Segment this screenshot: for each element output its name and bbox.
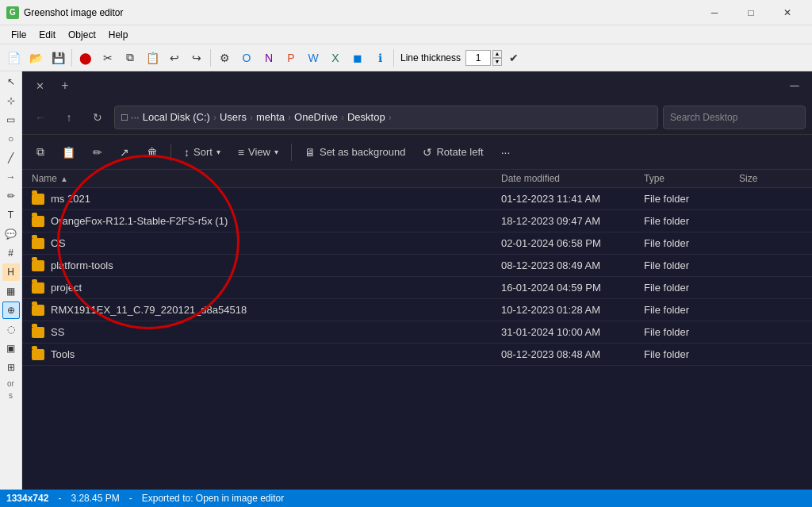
- tool-crop[interactable]: ⊹: [2, 92, 20, 109]
- tool-rect[interactable]: ▭: [2, 111, 20, 129]
- table-row[interactable]: project 16-01-2024 04:59 PM File folder: [22, 277, 812, 299]
- tool-text[interactable]: T: [2, 206, 20, 224]
- table-row[interactable]: platform-tools 08-12-2023 08:49 AM File …: [22, 255, 812, 277]
- address-onedrive[interactable]: OneDrive: [294, 111, 338, 123]
- tool-magnify[interactable]: ⊕: [2, 302, 20, 319]
- ppt-btn[interactable]: P: [281, 48, 301, 68]
- spin-up[interactable]: ▲: [492, 50, 502, 58]
- line-thickness-input[interactable]: [465, 50, 491, 66]
- name-sort-arrow: ▲: [60, 175, 68, 183]
- redo-btn[interactable]: ↪: [186, 48, 207, 68]
- tool-extra1[interactable]: ⊞: [2, 359, 20, 376]
- table-row[interactable]: Tools 08-12-2023 08:48 AM File folder: [22, 344, 812, 366]
- office-btn[interactable]: O: [236, 48, 257, 68]
- tool-speech[interactable]: 💬: [2, 225, 20, 243]
- status-bar: 1334x742 - 3.28.45 PM - Exported to: Ope…: [0, 490, 812, 507]
- tool-label-or: or: [7, 378, 14, 390]
- folder-icon: [32, 216, 44, 227]
- cmd-rotate-left-btn[interactable]: ↺ Rotate left: [415, 140, 491, 165]
- table-row[interactable]: SS 31-01-2024 10:00 AM File folder: [22, 321, 812, 344]
- cut-btn[interactable]: ✂: [98, 48, 118, 68]
- spin-down[interactable]: ▼: [492, 58, 502, 66]
- line-thickness-spinner[interactable]: ▲ ▼: [492, 50, 502, 66]
- col-date[interactable]: Date modified: [501, 173, 644, 184]
- tool-counter[interactable]: #: [2, 244, 20, 262]
- tool-pointer[interactable]: ↖: [2, 73, 20, 90]
- col-type[interactable]: Type: [644, 173, 739, 184]
- nav-refresh-btn[interactable]: ↻: [86, 106, 109, 129]
- minimize-button[interactable]: ─: [696, 0, 733, 25]
- cmd-rename-btn[interactable]: ✏: [85, 140, 110, 165]
- word-btn[interactable]: W: [303, 48, 324, 68]
- table-row[interactable]: OS 02-01-2024 06:58 PM File folder: [22, 232, 812, 255]
- maximize-button[interactable]: □: [733, 0, 769, 25]
- address-nav-more[interactable]: ···: [131, 111, 140, 123]
- tb-separator-1: [71, 49, 72, 67]
- explorer-tabs: ✕ + ─: [22, 71, 812, 100]
- cmd-share-btn[interactable]: ↗: [112, 140, 137, 165]
- close-button[interactable]: ✕: [769, 0, 806, 25]
- tool-arrow[interactable]: →: [2, 168, 20, 186]
- effects-btn[interactable]: ⚙: [214, 48, 235, 68]
- info-btn[interactable]: ℹ: [370, 48, 390, 68]
- view-label: View: [248, 146, 270, 158]
- address-users[interactable]: Users: [220, 111, 247, 123]
- excel-btn[interactable]: X: [325, 48, 346, 68]
- nav-up-btn[interactable]: ↑: [57, 106, 81, 129]
- cmd-copy-btn[interactable]: ⧉: [29, 140, 52, 165]
- save-button[interactable]: 💾: [48, 48, 68, 68]
- cmd-set-background-btn[interactable]: 🖥 Set as background: [297, 140, 413, 165]
- tool-ellipse[interactable]: ○: [2, 130, 20, 148]
- tool-highlight[interactable]: H: [2, 263, 20, 281]
- address-desktop[interactable]: Desktop: [347, 111, 385, 123]
- open-button[interactable]: 📂: [25, 48, 46, 68]
- copy-btn[interactable]: ⧉: [120, 48, 140, 68]
- share-icon: ↗: [120, 146, 129, 159]
- menu-file[interactable]: File: [5, 28, 33, 42]
- table-row[interactable]: RMX1911EX_11_C.79_220121_d8a54518 10-12-…: [22, 299, 812, 321]
- menu-help[interactable]: Help: [102, 28, 135, 42]
- tool-border[interactable]: ▣: [2, 340, 20, 357]
- paste-btn[interactable]: 📋: [142, 48, 163, 68]
- tool-line[interactable]: ╱: [2, 149, 20, 167]
- tab-close-btn[interactable]: ✕: [29, 75, 51, 97]
- new-button[interactable]: 📄: [3, 48, 24, 68]
- cmd-sep-1: [170, 144, 171, 161]
- file-name-cell: OS: [32, 237, 501, 249]
- address-bar[interactable]: □ ··· Local Disk (C:) › Users › mehta › …: [114, 106, 658, 129]
- outlook-btn[interactable]: ◼: [347, 48, 368, 68]
- tab-new-btn[interactable]: +: [54, 75, 76, 97]
- paste-icon: 📋: [62, 146, 75, 159]
- undo2-btn[interactable]: ↩: [164, 48, 185, 68]
- cmd-view-btn[interactable]: ≡ View ▾: [230, 140, 286, 165]
- menu-edit[interactable]: Edit: [33, 28, 62, 42]
- cmd-delete-btn[interactable]: 🗑: [139, 140, 166, 165]
- rotate-left-label: Rotate left: [436, 146, 483, 158]
- menu-object[interactable]: Object: [62, 28, 102, 42]
- table-row[interactable]: OrangeFox-R12.1-Stable-F2FS-r5x (1) 18-1…: [22, 210, 812, 232]
- nav-back-btn[interactable]: ←: [29, 106, 52, 129]
- tool-obfuscate[interactable]: ▦: [2, 282, 20, 300]
- file-name-cell: SS: [32, 326, 501, 338]
- address-local-disk[interactable]: Local Disk (C:): [143, 111, 210, 123]
- col-size[interactable]: Size: [739, 173, 802, 184]
- address-mehta[interactable]: mehta: [256, 111, 285, 123]
- sort-chevron: ▾: [216, 148, 220, 156]
- cmd-sort-btn[interactable]: ↕ Sort ▾: [176, 140, 228, 165]
- tb-separator-2: [210, 49, 211, 67]
- cmd-paste-btn[interactable]: 📋: [54, 140, 83, 165]
- search-box[interactable]: Search Desktop: [663, 106, 806, 129]
- more-icon: ···: [501, 146, 511, 159]
- left-tools-panel: ↖ ⊹ ▭ ○ ╱ → ✏ T 💬 # H ▦ ⊕ ◌ ▣ ⊞ or s: [0, 71, 22, 490]
- tool-freehand[interactable]: ✏: [2, 187, 20, 205]
- table-row[interactable]: ms 2021 01-12-2023 11:41 AM File folder: [22, 188, 812, 210]
- tool-blur[interactable]: ◌: [2, 321, 20, 338]
- cmd-more-btn[interactable]: ···: [493, 140, 519, 165]
- undo-btn[interactable]: ⬤: [75, 48, 96, 68]
- col-name[interactable]: Name ▲: [32, 173, 501, 184]
- apply-btn[interactable]: ✔: [504, 48, 524, 68]
- onenote-btn[interactable]: N: [259, 48, 279, 68]
- folder-icon: [32, 260, 44, 271]
- search-placeholder: Search Desktop: [670, 112, 737, 123]
- explorer-minimize-btn[interactable]: ─: [783, 75, 806, 97]
